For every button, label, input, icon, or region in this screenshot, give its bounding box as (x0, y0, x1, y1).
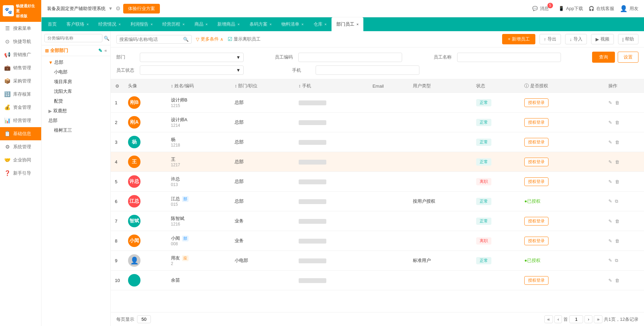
tab-close-bom[interactable]: × (301, 22, 303, 26)
tab-barcode[interactable]: 条码方案 × (245, 17, 276, 31)
sidebar-item-company[interactable]: 🤝 企业协同 (0, 153, 41, 167)
tab-close-operation[interactable]: × (118, 22, 120, 26)
tab-dept-employee[interactable]: 部门员工 × (332, 17, 363, 31)
filter-search-icon[interactable]: 🔍 (183, 37, 189, 42)
auth-btn[interactable]: 授权登录 (524, 118, 548, 127)
dropdown-icon[interactable]: ▼ (108, 6, 113, 11)
add-employee-btn[interactable]: + 新增员工 (502, 34, 535, 44)
sidebar-item-nav[interactable]: ⊙ 快捷导航 (0, 35, 41, 48)
query-btn[interactable]: 查询 (592, 52, 615, 63)
delete-icon[interactable]: 🗑 (615, 100, 619, 105)
copy-icon[interactable]: ⧉ (615, 199, 618, 204)
tab-profit[interactable]: 利润报告 × (126, 17, 157, 31)
dept-item-xiaodibu[interactable]: 小电部 (42, 67, 110, 77)
dept-item-zongbu-parent[interactable]: ▼ 总部 (42, 58, 110, 67)
next-page-btn[interactable]: › (584, 315, 592, 323)
set-btn[interactable]: 设置 (618, 52, 638, 63)
delete-icon[interactable]: 🗑 (615, 120, 619, 125)
help-btn[interactable]: | 帮助 (618, 34, 638, 44)
per-page-input[interactable] (137, 315, 151, 323)
dept-item-shuanglu[interactable]: ▶ 双鹿想 (42, 106, 110, 116)
dept-edit-icon[interactable]: ✎ (98, 48, 102, 53)
edit-icon[interactable]: ✎ (608, 140, 612, 145)
tab-history[interactable]: 经营历程 × (157, 17, 189, 31)
dept-item-zhishu[interactable]: 植树王三 (42, 125, 110, 135)
edit-icon[interactable]: ✎ (608, 219, 612, 224)
delete-icon[interactable]: 🗑 (615, 219, 619, 224)
tab-close-profit[interactable]: × (151, 22, 153, 26)
dept-search-icon[interactable]: 🔍 (104, 36, 109, 41)
edit-icon[interactable]: ✎ (608, 159, 612, 165)
edit-icon[interactable]: ✎ (608, 120, 612, 125)
auth-btn[interactable]: 授权登录 (524, 217, 548, 226)
dept-item-peihuo[interactable]: 配货 (42, 96, 110, 106)
dept-select[interactable]: ▼ (140, 53, 244, 62)
dept-search-input[interactable] (44, 34, 102, 42)
settings-icon[interactable]: ⚙ (116, 5, 120, 12)
delete-icon[interactable]: 🗑 (615, 140, 619, 145)
delete-icon[interactable]: 🗑 (615, 179, 619, 184)
tab-goods[interactable]: 商品 × (190, 17, 212, 31)
tab-close-history[interactable]: × (182, 22, 184, 26)
dept-item-zongbu2[interactable]: 总部 (42, 116, 110, 125)
auth-btn[interactable]: 授权登录 (524, 138, 548, 147)
auth-btn[interactable]: 授权登录 (524, 158, 548, 166)
sidebar-item-marketing[interactable]: 📢 营销推广 (0, 48, 41, 61)
auth-btn[interactable]: 授权登录 (524, 237, 548, 245)
emp-code-input[interactable] (298, 53, 402, 62)
edit-icon[interactable]: ✎ (608, 238, 612, 244)
edit-icon[interactable]: ✎ (608, 100, 612, 105)
tab-close-dept[interactable]: × (356, 22, 359, 26)
app-download-group[interactable]: 📱 App下载 (559, 6, 583, 12)
message-group[interactable]: 💬 消息 5 (532, 6, 553, 12)
tab-new-goods[interactable]: 新增商品 × (212, 17, 244, 31)
delete-icon[interactable]: 🗑 (615, 159, 619, 165)
tab-close-warehouse[interactable]: × (325, 22, 327, 26)
tab-close-barcode[interactable]: × (270, 22, 272, 26)
delete-icon[interactable]: 🗑 (615, 238, 619, 244)
current-page-input[interactable] (569, 315, 583, 323)
filter-more-btn[interactable]: ▽ 更多条件 ∧ (196, 36, 224, 42)
last-page-btn[interactable]: » (594, 315, 602, 323)
edit-icon[interactable]: ✎ (608, 258, 612, 263)
status-select[interactable]: ▼ (140, 65, 244, 75)
dept-item-shenyang[interactable]: 沈阳大库 (42, 87, 110, 96)
filter-search-input[interactable] (119, 37, 182, 42)
edit-icon[interactable]: ✎ (608, 278, 612, 283)
copy-icon[interactable]: ⧉ (615, 258, 618, 263)
tab-operation-status[interactable]: 经营情况 × (93, 17, 125, 31)
export-btn[interactable]: ↑ 导出 (539, 34, 561, 44)
import-btn[interactable]: ↓ 导入 (565, 34, 587, 44)
sidebar-item-guide[interactable]: ❓ 新手引导 (0, 167, 41, 180)
view-btn[interactable]: ▶ 视频 (591, 34, 614, 44)
experience-btn[interactable]: 体验行业方案 (123, 4, 160, 14)
auth-btn[interactable]: 授权登录 (524, 98, 548, 107)
online-service-group[interactable]: 🎧 在线客服 (589, 6, 614, 12)
tab-bom[interactable]: 物料清单 × (276, 17, 308, 31)
phone-input[interactable] (316, 65, 419, 75)
filter-show-inactive[interactable]: ☑ 显示离职员工 (228, 36, 261, 42)
tab-close-new-goods[interactable]: × (237, 22, 239, 26)
user-group[interactable]: 👤 用友 (620, 5, 638, 12)
auth-btn[interactable]: 授权登录 (524, 276, 548, 285)
sidebar-item-finance[interactable]: 💰 资金管理 (0, 101, 41, 114)
tab-warehouse[interactable]: 仓库 × (309, 17, 332, 31)
tab-close-goods[interactable]: × (206, 22, 208, 26)
tab-home[interactable]: 首页 (43, 17, 62, 31)
sidebar-item-inventory[interactable]: 🔢 库存核算 (0, 88, 41, 101)
dept-item-xiangmu[interactable]: 项目库房 (42, 77, 110, 87)
dept-collapse-icon[interactable]: « (105, 48, 107, 53)
tab-customer[interactable]: 客户联络 × (62, 17, 93, 31)
sidebar-item-operation[interactable]: 📊 经营管理 (0, 114, 41, 127)
prev-page-btn[interactable]: ‹ (554, 315, 562, 323)
first-page-btn[interactable]: « (544, 315, 553, 323)
delete-icon[interactable]: 🗑 (615, 278, 619, 283)
tab-close-customer[interactable]: × (87, 22, 89, 26)
auth-btn[interactable]: 授权登录 (524, 177, 548, 186)
sidebar-item-search[interactable]: ☰ 搜索菜单 (0, 22, 41, 35)
emp-name-input[interactable] (457, 53, 561, 62)
sidebar-item-sales[interactable]: 💼 销售管理 (0, 61, 41, 74)
edit-icon[interactable]: ✎ (608, 199, 612, 204)
sidebar-item-system[interactable]: ⚙ 系统管理 (0, 140, 41, 153)
edit-icon[interactable]: ✎ (608, 179, 612, 184)
